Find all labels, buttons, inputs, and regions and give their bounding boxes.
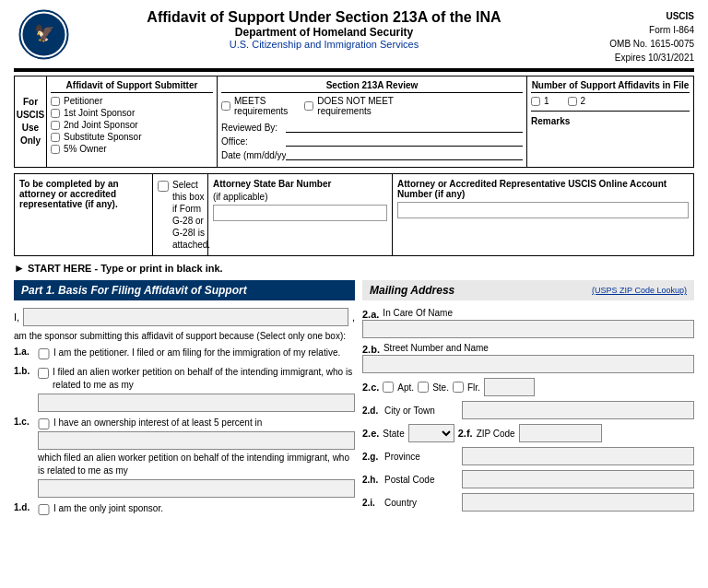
field-2a-number: 2.a.	[362, 309, 379, 320]
apt-checkbox[interactable]	[383, 382, 394, 393]
dept-name: Department of Homeland Security	[83, 26, 565, 39]
omb-number: OMB No. 1615-0075	[574, 37, 694, 51]
joint-sponsor-1-label: 1st Joint Sponsor	[64, 108, 135, 118]
zip-label: ZIP Code	[477, 429, 515, 439]
uscis-label: USCIS	[17, 109, 45, 122]
main-body: Part 1. Basis For Filing Affidavit of Su…	[14, 280, 694, 522]
field-2d: 2.d. City or Town	[362, 401, 694, 419]
dhs-seal-icon: 🦅	[18, 9, 69, 60]
header-title-block: Affidavit of Support Under Section 213A …	[74, 9, 574, 50]
field-2e-number: 2.e.	[362, 428, 379, 439]
city-input[interactable]	[462, 401, 694, 419]
office-label: Office:	[221, 136, 286, 147]
five-pct-owner-option: 5% Owner	[51, 144, 213, 154]
date-input[interactable]	[286, 149, 523, 160]
count-row: 1 2	[531, 96, 690, 108]
logo: 🦅	[14, 9, 74, 60]
count-1-label: 1	[544, 96, 549, 106]
only-label: Only	[17, 135, 45, 147]
left-column: Part 1. Basis For Filing Affidavit of Su…	[14, 280, 355, 522]
i-row: I, ,	[14, 308, 355, 326]
item-1c-checkbox[interactable]	[38, 418, 50, 429]
item-1a-checkbox[interactable]	[38, 348, 50, 359]
g28-checkbox-col: Select this box if Form G-28 or G-28I is…	[153, 174, 208, 255]
five-pct-owner-checkbox[interactable]	[51, 145, 60, 154]
flr-checkbox[interactable]	[453, 382, 464, 393]
item-1c-input[interactable]	[38, 431, 355, 450]
field-2g-label: Province	[384, 451, 458, 463]
state-bar-title-text: Attorney State Bar Number	[213, 179, 331, 189]
reviewed-by-label: Reviewed By:	[221, 123, 286, 133]
remarks-label: Remarks	[531, 116, 690, 126]
substitute-sponsor-checkbox[interactable]	[51, 133, 60, 142]
joint-sponsor-2-option: 2nd Joint Sponsor	[51, 120, 213, 130]
does-not-meet-checkbox[interactable]	[304, 101, 313, 111]
field-2b: 2.b. Street Number and Name	[362, 343, 694, 373]
item-1b-number: 1.b.	[14, 366, 34, 376]
zip-input[interactable]	[519, 424, 602, 442]
start-here-arrow: ►	[14, 262, 25, 275]
mailing-header: Mailing Address (USPS ZIP Code Lookup)	[362, 280, 694, 300]
item-1b-checkbox[interactable]	[38, 368, 49, 379]
meets-row: MEETSrequirements DOES NOT MEETrequireme…	[221, 96, 523, 118]
meets-checkbox[interactable]	[221, 101, 230, 111]
date-label: Date (mm/dd/yyyy):	[221, 150, 286, 160]
item-1a-row: 1.a. I am the petitioner. I filed or am …	[14, 347, 355, 361]
uscis-account-col: Attorney or Accredited Representative US…	[393, 174, 693, 255]
flr-label: Flr.	[467, 382, 480, 393]
header: 🦅 Affidavit of Support Under Section 213…	[14, 9, 694, 65]
main-title: Affidavit of Support Under Section 213A …	[83, 9, 565, 26]
state-label: State	[383, 429, 404, 439]
g28-checkbox[interactable]	[158, 181, 169, 192]
state-bar-col: Attorney State Bar Number (if applicable…	[208, 174, 393, 255]
care-of-name-input[interactable]	[362, 320, 694, 338]
state-select[interactable]	[408, 424, 454, 442]
state-bar-title: Attorney State Bar Number	[213, 179, 387, 189]
start-here-text: START HERE - Type or print in black ink.	[28, 263, 223, 274]
item-1d-row: 1.d. I am the only joint sponsor.	[14, 502, 355, 517]
ste-label: Ste.	[432, 382, 449, 393]
page: 🦅 Affidavit of Support Under Section 213…	[0, 0, 708, 531]
item-1b-content: I filed an alien worker petition on beha…	[38, 366, 355, 412]
header-rule	[14, 68, 694, 72]
reviewed-by-input[interactable]	[286, 122, 523, 133]
field-2i-number: 2.i.	[362, 498, 381, 508]
meets-option: MEETSrequirements	[221, 96, 288, 116]
review-title: Section 213A Review	[221, 80, 523, 93]
field-2c: 2.c. Apt. Ste. Flr.	[362, 378, 694, 396]
apt-number-input[interactable]	[484, 378, 535, 396]
joint-sponsor-2-checkbox[interactable]	[51, 121, 60, 130]
joint-sponsor-1-checkbox[interactable]	[51, 109, 60, 118]
item-1d-checkbox[interactable]	[38, 504, 50, 515]
street-number-input[interactable]	[362, 355, 694, 373]
item-1c-input2[interactable]	[38, 479, 355, 498]
province-input[interactable]	[462, 447, 694, 465]
field-2h: 2.h. Postal Code	[362, 470, 694, 488]
meets-label: MEETSrequirements	[234, 96, 288, 116]
substitute-sponsor-option: Substitute Sponsor	[51, 132, 213, 142]
i-label: I,	[14, 312, 19, 323]
postal-code-input[interactable]	[462, 470, 694, 488]
sponsor-name-input[interactable]	[23, 308, 348, 326]
joint-sponsor-2-label: 2nd Joint Sponsor	[64, 120, 138, 130]
reviewed-by-row: Reviewed By:	[221, 122, 523, 133]
item-1b-input[interactable]	[38, 394, 355, 412]
uscis-account-input[interactable]	[397, 202, 689, 218]
count-2-label: 2	[581, 96, 586, 106]
field-2c-number: 2.c.	[362, 382, 379, 393]
field-2a-label: In Care Of Name	[383, 308, 453, 318]
state-bar-input[interactable]	[213, 205, 387, 221]
field-2i: 2.i. Country	[362, 493, 694, 512]
count-2-checkbox[interactable]	[568, 97, 577, 106]
ste-checkbox[interactable]	[418, 382, 429, 393]
usps-lookup-link[interactable]: (USPS ZIP Code Lookup)	[592, 286, 687, 295]
office-input[interactable]	[286, 135, 523, 147]
uscis-account-title: Attorney or Accredited Representative US…	[397, 179, 689, 199]
field-2b-label: Street Number and Name	[384, 343, 489, 353]
count-1-checkbox[interactable]	[531, 97, 540, 106]
form-number: Form I-864	[574, 23, 694, 37]
joint-sponsor-1-option: 1st Joint Sponsor	[51, 108, 213, 118]
country-input[interactable]	[462, 493, 694, 512]
petitioner-checkbox[interactable]	[51, 97, 60, 106]
sponsor-text: am the sponsor submitting this affidavit…	[14, 330, 355, 343]
